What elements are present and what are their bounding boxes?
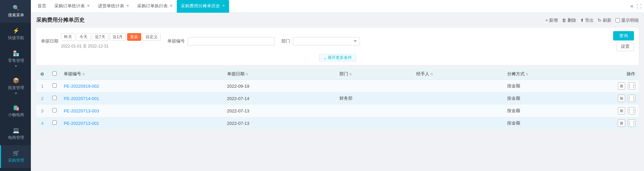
show-columns-checkbox[interactable] [615, 18, 620, 22]
row-doc-date-0: 2022-09-19 [224, 80, 336, 92]
date-filter-group: 单据日期 昨天 今天 近7天 近1月 更多 自定义 2022-01-01 至 2… [41, 33, 161, 49]
date-btn-today[interactable]: 今天 [76, 33, 91, 41]
sidebar-item-label: 采购管理 [8, 158, 24, 163]
tab-purchase-stat[interactable]: 采购订单统计表 ✕ [50, 0, 94, 13]
date-btn-more[interactable]: 更多 [127, 33, 141, 41]
table-row: 1 PE-20220919-002 2022-09-19 按金额 ⊞ ⋮⋮ [36, 80, 639, 92]
row-doc-date-2: 2022-07-13 [224, 105, 336, 117]
row-dept-0 [336, 80, 413, 92]
date-btn-1month[interactable]: 近1月 [110, 33, 126, 41]
tab-receive-stat-close[interactable]: ✕ [126, 4, 129, 8]
row-split-method-0: 按金额 [504, 80, 612, 92]
th-settings: ⚙ [36, 68, 48, 80]
th-dept-label: 部门 [339, 71, 348, 77]
row-more-icon-2[interactable]: ⋮⋮ [628, 107, 635, 114]
expand-more-btn[interactable]: ⌄ 展开更多条件 [319, 54, 356, 62]
tab-purchase-stat-close[interactable]: ✕ [87, 4, 90, 8]
sidebar-item-label: 快捷导航 [8, 35, 24, 41]
row-dept-2 [336, 105, 413, 117]
sidebar-item-wholesale[interactable]: 📦 批发管理 [0, 73, 31, 100]
sidebar-item-quick-nav[interactable]: ⚡ 快捷导航 [0, 23, 31, 46]
tab-purchase-cost-close[interactable]: ✕ [222, 4, 225, 8]
row-view-icon-0[interactable]: ⊞ [618, 82, 625, 90]
row-handler-3 [413, 117, 504, 130]
row-split-method-3: 按金额 [504, 117, 612, 130]
doc-no-input[interactable] [187, 37, 275, 46]
tab-purchase-exec-label: 采购订单执行表 [137, 3, 168, 9]
date-btn-yesterday[interactable]: 昨天 [61, 33, 75, 41]
sidebar-item-search[interactable]: 🔍 搜索菜单 [0, 0, 31, 23]
row-view-icon-2[interactable]: ⊞ [618, 107, 625, 114]
row-more-icon-0[interactable]: ⋮⋮ [628, 82, 635, 90]
expand-more: ⌄ 展开更多条件 [41, 54, 634, 62]
th-handler-label: 经手人 [416, 71, 429, 77]
tab-receive-stat-label: 进货单统计表 [98, 3, 124, 9]
add-button[interactable]: + 新增 [545, 17, 558, 23]
select-all-checkbox[interactable] [52, 71, 57, 76]
sidebar-item-micro-shop[interactable]: 🛍️ 小畅电商 [0, 100, 31, 122]
dept-select[interactable]: 财务部 [293, 37, 360, 46]
doc-no-filter-label: 单据编号 [167, 38, 185, 44]
sort-dept-icon[interactable]: ⇅ [349, 72, 352, 76]
row-doc-no-1: PE-20220714-001 [60, 92, 224, 105]
quick-nav-icon: ⚡ [13, 27, 19, 34]
main-area: 首页 采购订单统计表 ✕ 进货单统计表 ✕ 采购订单执行表 ✕ 采购费用分摊单历… [31, 0, 644, 171]
header-actions: + 新增 🗑 删除 ⬆ 导出 ↻ 刷新 显示明细 [545, 17, 639, 23]
delete-button[interactable]: 🗑 删除 [562, 17, 576, 23]
settings-icon[interactable]: ⚙ [40, 72, 44, 77]
row-more-icon-3[interactable]: ⋮⋮ [628, 119, 635, 127]
th-action-label: 操作 [627, 71, 635, 76]
setting-button[interactable]: 设置 [616, 42, 634, 51]
refresh-button[interactable]: ↻ 刷新 [598, 17, 611, 23]
table-row: 4 PE-20220713-001 2022-07-13 按金额 ⊞ ⋮⋮ [36, 117, 639, 130]
sort-doc-no-icon[interactable]: ⇅ [82, 72, 85, 76]
close-all-tabs-icon[interactable]: ✕ [630, 4, 634, 9]
sidebar-item-label: 小畅电商 [8, 112, 24, 118]
th-split-method-label: 分摊方式 [507, 71, 525, 77]
purchase-icon: 🛒 [13, 150, 19, 156]
row-num-2: 3 [36, 105, 48, 117]
sort-doc-date-icon[interactable]: ⇅ [246, 72, 248, 76]
row-split-method-2: 按金额 [504, 105, 612, 117]
sidebar-item-label: 搜索菜单 [8, 12, 24, 18]
row-more-icon-1[interactable]: ⋮⋮ [628, 95, 635, 102]
expand-label: 展开更多条件 [328, 55, 352, 61]
sidebar-item-inventory[interactable]: 📊 库存核算 [0, 168, 31, 171]
row-doc-no-0: PE-20220919-002 [60, 80, 224, 92]
tab-purchase-exec-close[interactable]: ✕ [170, 4, 173, 8]
row-view-icon-1[interactable]: ⊞ [618, 95, 625, 102]
page-title: 采购费用分摊单历史 [36, 17, 85, 24]
tab-purchase-exec[interactable]: 采购订单执行表 ✕ [133, 0, 177, 13]
search-setting-group: 查询 设置 [613, 31, 634, 51]
sidebar-item-retail[interactable]: 🏪 零售管理 [0, 46, 31, 73]
row-split-method-1: 按金额 [504, 92, 612, 105]
tab-purchase-stat-label: 采购订单统计表 [54, 3, 85, 9]
data-table: ⚙ 单据编号 ⇅ 单据日期 [36, 68, 639, 130]
tab-purchase-cost[interactable]: 采购费用分摊单历史 ✕ [177, 0, 229, 13]
sidebar-item-ecom[interactable]: 💻 电商管理 [0, 122, 31, 145]
chevron-down-icon: ⌄ [323, 56, 327, 60]
sort-split-method-icon[interactable]: ⇅ [526, 72, 528, 76]
th-action: 操作 [612, 68, 639, 80]
tab-receive-stat[interactable]: 进货单统计表 ✕ [94, 0, 133, 13]
th-split-method: 分摊方式 ⇅ [504, 68, 612, 80]
maximize-icon[interactable]: ⛶ [637, 4, 641, 9]
wholesale-icon: 📦 [13, 77, 19, 84]
row-checkbox-2 [48, 105, 60, 117]
th-dept: 部门 ⇅ [336, 68, 413, 80]
date-btn-7days[interactable]: 近7天 [92, 33, 108, 41]
search-button[interactable]: 查询 [613, 31, 634, 40]
page-header: 采购费用分摊单历史 + 新增 🗑 删除 ⬆ 导出 ↻ 刷新 显示明细 [36, 17, 639, 24]
date-btn-custom[interactable]: 自定义 [143, 33, 161, 41]
sidebar-item-purchase[interactable]: 🛒 采购管理 [0, 145, 31, 168]
row-actions-0: ⊞ ⋮⋮ [612, 80, 639, 92]
retail-icon: 🏪 [13, 50, 19, 57]
row-doc-date-3: 2022-07-13 [224, 117, 336, 130]
sort-handler-icon[interactable]: ⇅ [430, 72, 433, 76]
row-view-icon-3[interactable]: ⊞ [618, 119, 625, 127]
content: 采购费用分摊单历史 + 新增 🗑 删除 ⬆ 导出 ↻ 刷新 显示明细 单据日期 [31, 13, 644, 171]
row-actions-3: ⊞ ⋮⋮ [612, 117, 639, 130]
table-wrap: ⚙ 单据编号 ⇅ 单据日期 [36, 68, 639, 130]
tab-home[interactable]: 首页 [34, 0, 50, 13]
export-button[interactable]: ⬆ 导出 [580, 17, 594, 23]
